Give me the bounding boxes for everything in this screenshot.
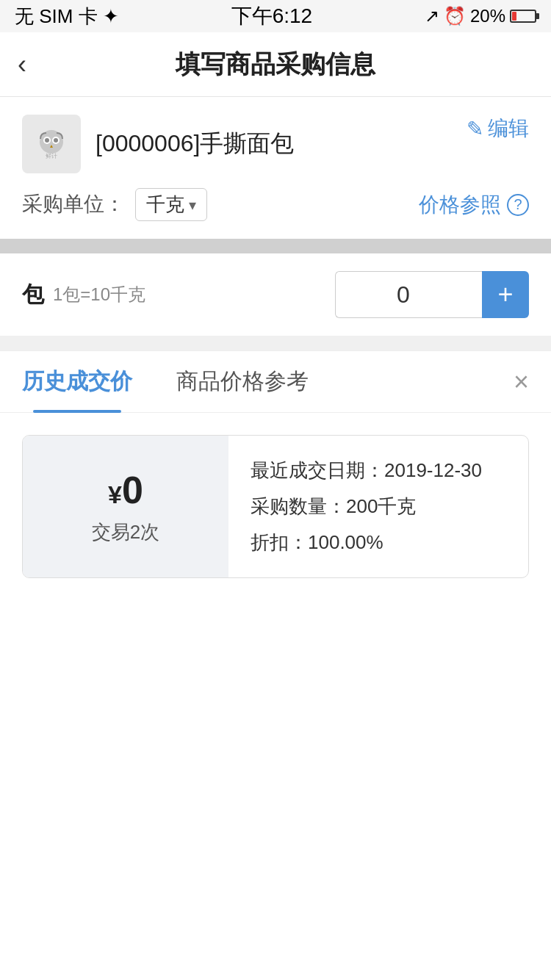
price-value: 0 [122, 469, 143, 511]
signal-text: 无 SIM 卡 ✦ [15, 4, 119, 29]
unit-section: 采购单位： 千克 ▾ [22, 188, 207, 221]
svg-point-3 [45, 138, 49, 143]
svg-point-4 [54, 138, 58, 143]
quantity-section: 包 1包=10千克 + [0, 253, 551, 336]
status-time: 下午6:12 [231, 2, 313, 30]
recent-date-value: 2019-12-30 [384, 459, 482, 481]
price-ref-help-icon: ? [507, 194, 529, 216]
qty-unit: 包 [22, 280, 44, 310]
edit-icon: ✎ [467, 117, 483, 141]
tab-product-price-ref[interactable]: 商品价格参考 [176, 351, 309, 413]
tabs-header: 历史成交价 商品价格参考 × [0, 351, 551, 413]
page-title: 填写商品采购信息 [176, 48, 375, 82]
nav-bar: ‹ 填写商品采购信息 [0, 32, 551, 97]
price-ref-label: 价格参照 [419, 191, 501, 219]
edit-label: 编辑 [488, 115, 529, 143]
tab-history-label: 历史成交价 [22, 367, 132, 397]
tab-price-ref-label: 商品价格参考 [176, 367, 309, 397]
purchase-qty-label: 采购数量： [251, 495, 346, 517]
unit-label: 采购单位： [22, 192, 125, 215]
unit-select[interactable]: 千克 ▾ [135, 188, 207, 221]
tab-content-history: ¥0 交易2次 最近成交日期：2019-12-30 采购数量：200千克 折扣：… [0, 413, 551, 600]
back-button[interactable]: ‹ [18, 49, 26, 80]
tab-active-indicator [33, 410, 121, 413]
recent-date-row: 最近成交日期：2019-12-30 [251, 458, 506, 483]
product-image-svg: 鲜计 [33, 126, 70, 162]
trade-count: 交易2次 [92, 519, 159, 545]
history-price-card: ¥0 交易2次 最近成交日期：2019-12-30 采购数量：200千克 折扣：… [22, 435, 529, 578]
price-card-left: ¥0 交易2次 [23, 436, 228, 577]
quantity-label: 包 1包=10千克 [22, 280, 145, 310]
yen-symbol: ¥ [108, 480, 122, 508]
recent-date-label: 最近成交日期： [251, 459, 384, 481]
status-bar: 无 SIM 卡 ✦ 下午6:12 ↗ ⏰ 20% [0, 0, 551, 32]
battery-icon [510, 10, 536, 23]
price-reference-button[interactable]: 价格参照 ? [419, 191, 529, 219]
alarm-icon: ⏰ [444, 6, 466, 26]
quantity-plus-button[interactable]: + [482, 271, 529, 318]
product-unit-row: 采购单位： 千克 ▾ 价格参照 ? [22, 188, 529, 221]
purchase-qty-row: 采购数量：200千克 [251, 494, 506, 519]
status-right: ↗ ⏰ 20% [425, 6, 536, 26]
edit-button[interactable]: ✎ 编辑 [467, 115, 529, 143]
purchase-qty-value: 200千克 [346, 495, 416, 517]
tab-history-price[interactable]: 历史成交价 [22, 351, 132, 413]
qty-conversion: 1包=10千克 [53, 283, 145, 306]
price-display: ¥0 [108, 468, 143, 512]
discount-label: 折扣： [251, 531, 308, 553]
quantity-input-area: + [335, 271, 529, 318]
product-name: [0000006]手撕面包 [96, 128, 294, 160]
product-left: 鲜计 [0000006]手撕面包 [22, 115, 294, 173]
battery-percent: 20% [470, 6, 505, 26]
location-icon: ↗ [425, 6, 439, 26]
unit-arrow-icon: ▾ [189, 196, 196, 214]
product-thumbnail: 鲜计 [22, 115, 81, 173]
discount-row: 折扣：100.00% [251, 530, 506, 555]
status-left: 无 SIM 卡 ✦ [15, 4, 119, 29]
discount-value: 100.00% [308, 531, 383, 553]
bottom-fill [0, 600, 551, 980]
section-divider [0, 239, 551, 253]
svg-text:鲜计: 鲜计 [46, 153, 57, 159]
tabs-close-button[interactable]: × [514, 367, 529, 397]
unit-value: 千克 [146, 192, 184, 217]
product-section: 鲜计 [0000006]手撕面包 ✎ 编辑 采购单位： 千克 ▾ 价格参照 ? [0, 97, 551, 239]
tabs-section: 历史成交价 商品价格参考 × ¥0 交易2次 最近成交日期：2019-12-30 [0, 350, 551, 600]
quantity-input[interactable] [335, 271, 482, 318]
tabs-list: 历史成交价 商品价格参考 [22, 351, 309, 413]
price-card-right: 最近成交日期：2019-12-30 采购数量：200千克 折扣：100.00% [228, 436, 528, 577]
product-header: 鲜计 [0000006]手撕面包 ✎ 编辑 [22, 115, 529, 173]
